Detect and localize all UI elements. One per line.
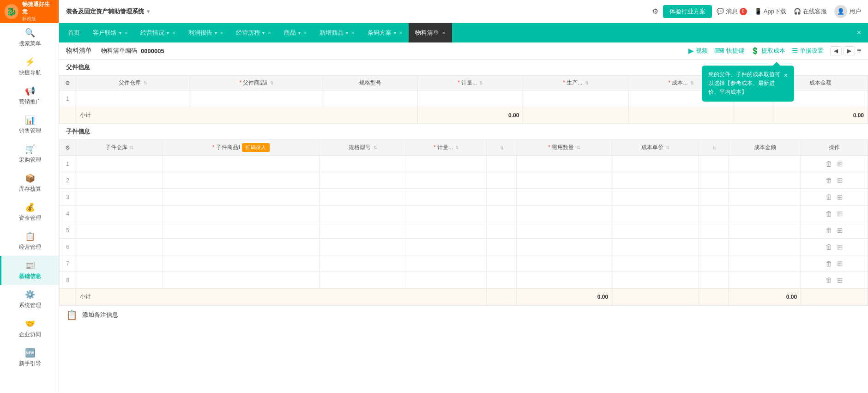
sidebar-item-资金管理[interactable]: 💰资金管理 <box>0 198 59 227</box>
nav-tab-客户联络[interactable]: 客户联络▾× <box>86 23 134 42</box>
note-text[interactable]: 添加备注信息 <box>82 311 118 319</box>
tab-close-利润报告[interactable]: × <box>220 30 223 36</box>
child-spec-3[interactable] <box>319 189 406 206</box>
child-warehouse-2[interactable] <box>76 172 163 189</box>
nav-tab-经营情况[interactable]: 经营情况▾× <box>134 23 181 42</box>
child-unit-1[interactable] <box>406 156 487 172</box>
child-unit-cost-3[interactable] <box>612 189 699 206</box>
message-btn[interactable]: 💬 消息 6 <box>717 7 747 16</box>
close-current-tab-btn[interactable]: × <box>852 29 866 37</box>
sidebar-item-销售管理[interactable]: 📊销售管理 <box>0 110 59 139</box>
sidebar-item-库存核算[interactable]: 📦库存核算 <box>0 169 59 198</box>
parent-produce-cell[interactable] <box>523 91 628 107</box>
parent-warehouse-cell[interactable] <box>76 91 190 107</box>
tooltip-close-btn[interactable]: × <box>784 70 788 80</box>
child-spec-2[interactable] <box>319 172 406 189</box>
tab-close-新增商品[interactable]: × <box>351 30 354 36</box>
sort-icon[interactable]: ⇅ <box>144 80 147 85</box>
sidebar-item-系统管理[interactable]: ⚙️系统管理 <box>0 285 59 314</box>
delete-btn-2[interactable]: 🗑 <box>824 175 834 185</box>
nav-tab-经营历程[interactable]: 经营历程▾× <box>229 23 277 42</box>
child-warehouse-4[interactable] <box>76 206 163 222</box>
parent-product-cell[interactable] <box>190 91 323 107</box>
sort-icon4[interactable]: ⇅ <box>585 80 589 85</box>
sidebar-item-搜索菜单[interactable]: 🔍搜索菜单 <box>0 23 59 52</box>
app-download-btn[interactable]: 📱 App下载 <box>754 7 786 16</box>
nav-tab-利润报告[interactable]: 利润报告▾× <box>182 23 229 42</box>
sub-header-视频-btn[interactable]: ▶视频 <box>688 47 708 55</box>
parent-unit-cell[interactable] <box>418 91 523 107</box>
sub-header-快捷键-btn[interactable]: ⌨快捷键 <box>714 47 744 55</box>
parent-spec-cell[interactable] <box>323 91 418 107</box>
copy-btn-4[interactable]: ⊞ <box>836 209 844 219</box>
child-unit-cost-1[interactable] <box>612 156 699 172</box>
user-btn[interactable]: 👤 用户 <box>834 5 861 18</box>
child-warehouse-7[interactable] <box>76 255 163 272</box>
child-warehouse-1[interactable] <box>76 156 163 172</box>
child-qty-5[interactable] <box>516 222 612 239</box>
child-product-8[interactable] <box>163 272 319 289</box>
child-product-4[interactable] <box>163 206 319 222</box>
sidebar-item-新手引导[interactable]: 🆕新手引导 <box>0 343 59 372</box>
prev-page-btn[interactable]: ◀ <box>830 46 842 55</box>
child-spec-8[interactable] <box>319 272 406 289</box>
trial-button[interactable]: 体验行业方案 <box>663 5 712 18</box>
child-spec-5[interactable] <box>319 222 406 239</box>
copy-btn-6[interactable]: ⊞ <box>836 242 844 252</box>
copy-btn-1[interactable]: ⊞ <box>836 159 844 169</box>
nav-tab-商品[interactable]: 商品▾× <box>277 23 313 42</box>
child-unit-cost-4[interactable] <box>612 206 699 222</box>
copy-btn-8[interactable]: ⊞ <box>836 275 844 285</box>
delete-btn-5[interactable]: 🗑 <box>824 225 834 235</box>
settings-icon[interactable]: ⚙ <box>652 7 658 16</box>
child-qty-6[interactable] <box>516 239 612 255</box>
sidebar-item-快捷导航[interactable]: ⚡快捷导航 <box>0 52 59 81</box>
child-col-gear[interactable]: ⚙ <box>60 140 76 156</box>
sub-header-提取成本-btn[interactable]: 💲提取成本 <box>751 47 785 55</box>
child-qty-1[interactable] <box>516 156 612 172</box>
sort-icon3[interactable]: ⇅ <box>479 80 483 85</box>
sidebar-item-采购管理[interactable]: 🛒采购管理 <box>0 139 59 169</box>
child-unit-cost-7[interactable] <box>612 255 699 272</box>
child-product-2[interactable] <box>163 172 319 189</box>
child-spec-4[interactable] <box>319 206 406 222</box>
child-unit-cost-8[interactable] <box>612 272 699 289</box>
child-unit-cost-6[interactable] <box>612 239 699 255</box>
child-product-7[interactable] <box>163 255 319 272</box>
child-warehouse-6[interactable] <box>76 239 163 255</box>
child-qty-3[interactable] <box>516 189 612 206</box>
scan-btn[interactable]: 扫码录入 <box>242 143 270 152</box>
delete-btn-4[interactable]: 🗑 <box>824 209 834 218</box>
child-unit-8[interactable] <box>406 272 487 289</box>
child-qty-7[interactable] <box>516 255 612 272</box>
child-qty-4[interactable] <box>516 206 612 222</box>
tab-close-经营情况[interactable]: × <box>172 30 175 36</box>
child-unit-4[interactable] <box>406 206 487 222</box>
tab-close-条码方案[interactable]: × <box>399 30 402 36</box>
nav-tab-新增商品[interactable]: 新增商品▾× <box>313 23 361 42</box>
sidebar-item-营销推广[interactable]: 📢营销推广 <box>0 81 59 110</box>
child-spec-7[interactable] <box>319 255 406 272</box>
child-unit-2[interactable] <box>406 172 487 189</box>
child-warehouse-8[interactable] <box>76 272 163 289</box>
parent-col-gear[interactable]: ⚙ <box>60 76 76 91</box>
tab-close-经营历程[interactable]: × <box>268 30 271 36</box>
child-warehouse-5[interactable] <box>76 222 163 239</box>
child-unit-5[interactable] <box>406 222 487 239</box>
copy-btn-5[interactable]: ⊞ <box>836 225 844 236</box>
delete-btn-7[interactable]: 🗑 <box>824 259 834 268</box>
next-page-btn[interactable]: ▶ <box>844 46 855 55</box>
child-unit-cost-5[interactable] <box>612 222 699 239</box>
nav-tab-首页[interactable]: 首页 <box>61 23 86 42</box>
child-qty-8[interactable] <box>516 272 612 289</box>
tab-close-商品[interactable]: × <box>304 30 307 36</box>
child-unit-6[interactable] <box>406 239 487 255</box>
child-unit-cost-2[interactable] <box>612 172 699 189</box>
sort-icon5[interactable]: ⇅ <box>690 80 694 85</box>
child-product-1[interactable] <box>163 156 319 172</box>
child-product-3[interactable] <box>163 189 319 206</box>
copy-btn-2[interactable]: ⊞ <box>836 175 844 186</box>
child-qty-2[interactable] <box>516 172 612 189</box>
sidebar-item-经营管理[interactable]: 📋经营管理 <box>0 227 59 256</box>
child-spec-6[interactable] <box>319 239 406 255</box>
